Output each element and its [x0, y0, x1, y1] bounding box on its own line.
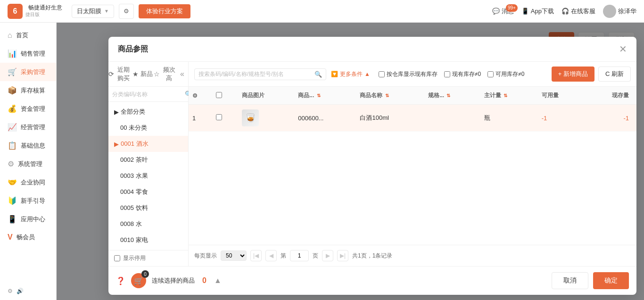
category-tabs: ⟳ 近期购买 ★ 新品 ☆ 频次高 «	[108, 62, 188, 87]
per-page-label: 每页显示	[194, 252, 217, 260]
frequent-icon: ☆	[154, 70, 160, 78]
user-profile[interactable]: 徐泽华	[603, 5, 636, 18]
page-suffix: 页	[313, 252, 318, 260]
th-unit[interactable]: 主计量 ⇅	[480, 87, 538, 105]
last-page-button[interactable]: ▶|	[337, 250, 348, 261]
selected-count: 0	[202, 276, 206, 285]
filter-usable-label: 可用库存≠0	[495, 70, 524, 78]
online-service-action[interactable]: 🎧 在线客服	[561, 7, 595, 16]
more-conditions-btn[interactable]: 🔽 更多条件 ▲	[331, 70, 370, 78]
category-search-box: 🔍	[108, 87, 188, 102]
confirm-button[interactable]: 确定	[593, 272, 629, 289]
dialog-footer: ❓ 🛒 0 连续选择的商品 0 ▲ 取消 确定	[108, 266, 636, 295]
table-row[interactable]: 1 🥃 000600... 白酒100ml 瓶 -1	[189, 105, 636, 132]
sidebar-item-finance[interactable]: 💰 资金管理	[0, 100, 56, 118]
filter-available-label: 现有库存≠0	[452, 70, 481, 78]
available-checkbox[interactable]	[444, 71, 450, 77]
product-panel: 🔍 🔽 更多条件 ▲ 按仓库显示现有库存	[189, 62, 636, 266]
purchase-icon: 🛒	[8, 67, 17, 76]
settings-bottom-icon: ⚙	[8, 288, 13, 294]
experience-btn[interactable]: 体验行业方案	[139, 4, 190, 18]
tab-recent[interactable]: ⟳ 近期购买	[108, 62, 131, 86]
footer-collapse-icon[interactable]: ▲	[214, 276, 222, 285]
category-panel: ⟳ 近期购买 ★ 新品 ☆ 频次高 «	[108, 62, 189, 266]
cell-checkbox[interactable]	[212, 105, 238, 132]
sidebar-item-inventory[interactable]: 📦 库存核算	[0, 81, 56, 100]
select-all-checkbox[interactable]	[216, 92, 222, 98]
filter-warehouse-check[interactable]: 按仓库显示现有库存	[379, 70, 438, 78]
sidebar-bottom[interactable]: ⚙ 🔊	[0, 282, 56, 300]
product-thumbnail: 🥃	[242, 109, 259, 126]
panel-collapse-button[interactable]: «	[176, 62, 188, 86]
category-uncategorized[interactable]: 00 未分类	[108, 120, 188, 136]
sidebar-item-vip[interactable]: V 畅会员	[0, 228, 56, 246]
th-spec[interactable]: 规格... ⇅	[424, 87, 480, 105]
category-search-input[interactable]	[112, 91, 183, 98]
th-name[interactable]: 商品名称 ⇅	[356, 87, 424, 105]
name-sort-icon: ⇅	[385, 93, 389, 98]
dialog-title: 商品参照	[118, 44, 148, 54]
messages-action[interactable]: 💬 消息 99+	[492, 7, 514, 16]
sidebar-item-enterprise[interactable]: 🤝 企业协同	[0, 173, 56, 192]
sidebar-item-business[interactable]: 📈 经营管理	[0, 118, 56, 136]
product-search-icon[interactable]: 🔍	[314, 71, 322, 78]
sidebar-label-system: 系统管理	[18, 160, 42, 168]
inventory-icon: 📦	[8, 86, 17, 95]
first-page-button[interactable]: |◀	[250, 250, 262, 261]
th-code[interactable]: 商品... ⇅	[294, 87, 356, 105]
th-checkbox[interactable]	[212, 87, 238, 105]
category-0008[interactable]: 0008 水	[108, 216, 188, 232]
page-label: 第	[281, 252, 286, 260]
filter-actions: + 新增商品 C 刷新	[552, 67, 631, 82]
spec-sort-icon: ⇅	[446, 93, 450, 98]
product-reference-dialog: 商品参照 ✕ ⟳ 近期购买 ★ 新品	[108, 37, 636, 295]
category-0003[interactable]: 0003 水果	[108, 168, 188, 184]
business-icon: 📈	[8, 123, 17, 132]
warehouse-checkbox[interactable]	[379, 71, 385, 77]
prev-page-button[interactable]: ◀	[265, 250, 277, 261]
category-0001[interactable]: ▶ 0001 酒水	[108, 136, 188, 152]
row-checkbox[interactable]	[216, 114, 222, 120]
tab-new[interactable]: ★ 新品	[131, 62, 154, 86]
sidebar-label-apps: 应用中心	[21, 215, 45, 224]
page-number-input[interactable]	[290, 250, 309, 261]
dialog-body: ⟳ 近期购买 ★ 新品 ☆ 频次高 «	[108, 62, 636, 266]
nav-selector[interactable]: 日太阳膜 ▼	[72, 5, 114, 18]
category-0002[interactable]: 0002 茶叶	[108, 152, 188, 168]
expand-icon: ▶	[114, 108, 119, 116]
product-search-input[interactable]	[198, 71, 312, 77]
th-settings[interactable]: ⚙	[189, 87, 212, 105]
usable-checkbox[interactable]	[487, 71, 494, 77]
sidebar-item-home[interactable]: ⌂ 首页	[0, 26, 56, 44]
cart-button[interactable]: 🛒 0	[131, 273, 146, 288]
category-0010[interactable]: 0010 家电	[108, 232, 188, 248]
sidebar-item-sales[interactable]: 📊 销售管理	[0, 44, 56, 63]
help-icon[interactable]: ❓	[116, 276, 125, 285]
sidebar-item-guide[interactable]: 🔰 新手引导	[0, 192, 56, 210]
filter-usable-check[interactable]: 可用库存≠0	[487, 70, 524, 78]
category-all[interactable]: ▶ 全部分类	[108, 104, 188, 120]
app-download-action[interactable]: 📱 App下载	[521, 7, 554, 16]
sidebar-label-guide: 新手引导	[21, 197, 45, 205]
th-image: 商品图片	[238, 87, 295, 105]
gear-button[interactable]: ⚙	[119, 4, 134, 19]
sidebar-item-purchase[interactable]: 🛒 采购管理	[0, 63, 56, 81]
unit-sort-icon: ⇅	[504, 93, 507, 98]
category-0005[interactable]: 0005 饮料	[108, 200, 188, 216]
cancel-button[interactable]: 取消	[552, 272, 588, 289]
filter-available-check[interactable]: 现有库存≠0	[444, 70, 481, 78]
sidebar-item-apps[interactable]: 📱 应用中心	[0, 210, 56, 228]
refresh-product-button[interactable]: C 刷新	[598, 67, 631, 82]
per-page-select[interactable]: 50 100 200	[221, 250, 247, 261]
category-0004[interactable]: 0004 零食	[108, 184, 188, 200]
sidebar-item-system[interactable]: ⚙ 系统管理	[0, 155, 56, 173]
add-product-button[interactable]: + 新增商品	[552, 67, 594, 82]
cell-index: 1	[189, 105, 212, 132]
sidebar-item-basic[interactable]: 📋 基础信息	[0, 136, 56, 155]
home-icon: ⌂	[8, 31, 12, 40]
close-button[interactable]: ✕	[619, 43, 627, 55]
show-disabled-checkbox[interactable]	[114, 255, 120, 261]
sidebar-label-basic: 基础信息	[21, 142, 45, 150]
next-page-button[interactable]: ▶	[322, 250, 333, 261]
tab-frequent[interactable]: ☆ 频次高	[154, 62, 176, 86]
